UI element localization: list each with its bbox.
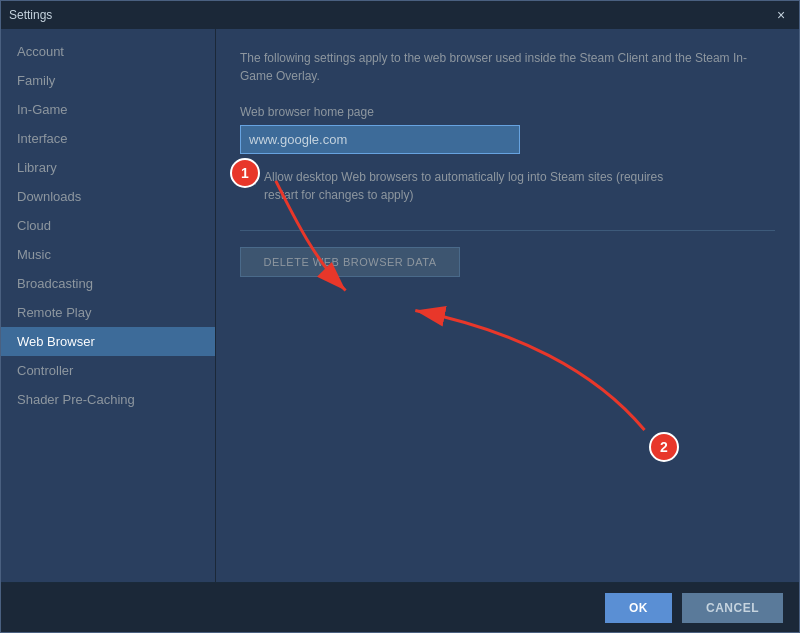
cancel-button[interactable]: CANCEL [682, 593, 783, 623]
sidebar-item-music[interactable]: Music [1, 240, 215, 269]
sidebar-item-web-browser[interactable]: Web Browser [1, 327, 215, 356]
sidebar: Account Family In-Game Interface Library… [1, 29, 216, 582]
annotation-circle-1: 1 [230, 158, 260, 188]
homepage-input[interactable] [240, 125, 520, 154]
delete-web-browser-data-button[interactable]: DELETE WEB BROWSER DATA [240, 247, 460, 277]
title-bar: Settings × [1, 1, 799, 29]
sidebar-item-controller[interactable]: Controller [1, 356, 215, 385]
sidebar-item-downloads[interactable]: Downloads [1, 182, 215, 211]
sidebar-item-interface[interactable]: Interface [1, 124, 215, 153]
window-title: Settings [9, 8, 52, 22]
sidebar-item-broadcasting[interactable]: Broadcasting [1, 269, 215, 298]
content-area: Account Family In-Game Interface Library… [1, 29, 799, 582]
sidebar-item-in-game[interactable]: In-Game [1, 95, 215, 124]
sidebar-item-shader-pre-caching[interactable]: Shader Pre-Caching [1, 385, 215, 414]
annotation-circle-2: 2 [649, 432, 679, 462]
divider [240, 230, 775, 231]
homepage-label: Web browser home page [240, 105, 775, 119]
ok-button[interactable]: OK [605, 593, 672, 623]
sidebar-item-library[interactable]: Library [1, 153, 215, 182]
sidebar-item-remote-play[interactable]: Remote Play [1, 298, 215, 327]
sidebar-item-account[interactable]: Account [1, 37, 215, 66]
sidebar-item-cloud[interactable]: Cloud [1, 211, 215, 240]
checkbox-label: Allow desktop Web browsers to automatica… [264, 168, 684, 204]
sidebar-item-family[interactable]: Family [1, 66, 215, 95]
main-panel: The following settings apply to the web … [216, 29, 799, 582]
footer: OK CANCEL [1, 582, 799, 632]
settings-window: Settings × Account Family In-Game Interf… [0, 0, 800, 633]
close-button[interactable]: × [771, 5, 791, 25]
description-text: The following settings apply to the web … [240, 49, 775, 85]
